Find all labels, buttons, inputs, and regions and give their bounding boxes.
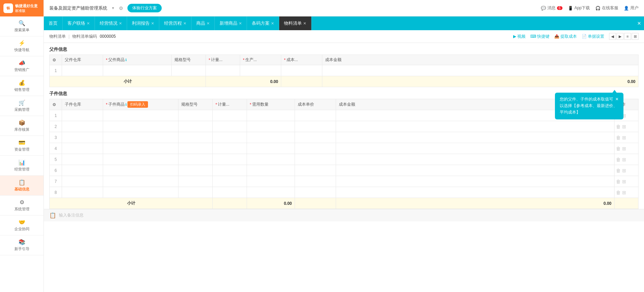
child-row-1-qty[interactable]	[247, 110, 295, 121]
child-row-3-goods[interactable]	[103, 132, 178, 143]
user-button[interactable]: 👤 用户	[624, 5, 639, 11]
tab-close-bom[interactable]: ✕	[303, 21, 306, 26]
child-row-3-cost-amount[interactable]	[336, 132, 615, 143]
tab-operations[interactable]: 经营情况 ✕	[95, 16, 127, 30]
note-placeholder[interactable]: 输入备注信息	[59, 212, 84, 218]
child-row-1-spec[interactable]	[178, 110, 213, 121]
online-service-button[interactable]: 🎧 在线客服	[595, 5, 618, 11]
tab-close-new-goods[interactable]: ✕	[239, 21, 242, 26]
parent-goods-info-icon[interactable]: ℹ	[125, 58, 127, 62]
delete-icon-row-5[interactable]: 🗑	[616, 157, 621, 162]
copy-icon-row-3[interactable]: ⊞	[622, 135, 626, 140]
child-row-2-unit-cost[interactable]	[295, 121, 336, 132]
tab-close-customer[interactable]: ✕	[87, 21, 90, 26]
parent-col-settings[interactable]: ⚙	[50, 55, 62, 65]
parent-row-1-spec[interactable]	[172, 65, 206, 76]
child-col-settings[interactable]: ⚙	[50, 99, 62, 110]
child-row-3-unit-cost[interactable]	[295, 132, 336, 143]
child-row-1-warehouse[interactable]	[62, 110, 103, 121]
delete-icon-row-2[interactable]: 🗑	[616, 124, 621, 129]
system-dropdown-arrow[interactable]: ▼	[111, 6, 115, 10]
tab-goods[interactable]: 商品 ✕	[191, 16, 215, 30]
tab-close-goods[interactable]: ✕	[207, 21, 210, 26]
tab-close-profit[interactable]: ✕	[151, 21, 154, 26]
child-row-1-unit-cost[interactable]	[295, 110, 336, 121]
sidebar-item-operations-mgmt[interactable]: 📊 经营管理	[0, 156, 44, 176]
phone-icon: 📱	[568, 6, 573, 11]
parent-row-1-unit[interactable]	[206, 65, 240, 76]
single-settings-btn[interactable]: 📄 单据设置	[582, 34, 604, 39]
sidebar-item-marketing[interactable]: 📣 营销推广	[0, 56, 44, 76]
tab-close-all[interactable]: ✕	[637, 21, 644, 26]
tab-close-barcode[interactable]: ✕	[271, 21, 274, 26]
child-row-3-spec[interactable]	[178, 132, 213, 143]
parent-row-1-cost[interactable]	[281, 65, 322, 76]
sidebar-item-quick-nav[interactable]: ⚡ 快捷导航	[0, 36, 44, 56]
parent-row-1-prod[interactable]	[240, 65, 281, 76]
tab-close-history[interactable]: ✕	[183, 21, 186, 26]
nav-menu[interactable]: ≡	[624, 33, 631, 40]
copy-icon-row-5[interactable]: ⊞	[622, 157, 626, 162]
scan-input-button[interactable]: 扫码录入	[127, 101, 148, 108]
parent-subtotal-cost-amount: 0.00	[322, 76, 639, 87]
child-row-2-unit[interactable]	[213, 121, 247, 132]
settings-icon[interactable]: ⚙	[119, 5, 123, 11]
nav-expand[interactable]: ⊞	[632, 33, 639, 40]
child-row-2-spec[interactable]	[178, 121, 213, 132]
message-button[interactable]: 💬 消息 6	[541, 5, 562, 11]
shortcut-btn[interactable]: ⌨ 快捷键	[530, 34, 549, 39]
finance-icon: 💳	[18, 139, 25, 146]
sidebar-item-purchase[interactable]: 🛒 采购管理	[0, 96, 44, 116]
tab-new-goods[interactable]: 新增商品 ✕	[215, 16, 247, 30]
extract-cost-btn[interactable]: 📤 提取成本	[554, 34, 577, 39]
parent-row-1-goods[interactable]	[103, 65, 172, 76]
child-goods-info-icon[interactable]: ℹ	[125, 103, 127, 106]
parent-row-1-warehouse[interactable]	[62, 65, 103, 76]
sidebar-item-search[interactable]: 🔍 搜索菜单	[0, 16, 44, 36]
sidebar-item-finance[interactable]: 💳 资金管理	[0, 136, 44, 156]
copy-icon-row-6[interactable]: ⊞	[622, 168, 626, 173]
tab-barcode[interactable]: 条码方案 ✕	[247, 16, 279, 30]
delete-icon-row-6[interactable]: 🗑	[616, 168, 621, 173]
tab-profit[interactable]: 利润报告 ✕	[127, 16, 159, 30]
sidebar-item-inventory[interactable]: 📦 库存核算	[0, 116, 44, 136]
tab-close-operations[interactable]: ✕	[119, 21, 122, 26]
delete-icon-row-3[interactable]: 🗑	[616, 135, 621, 140]
sidebar-item-guide[interactable]: 📚 新手引导	[0, 235, 44, 255]
child-row-1-unit[interactable]	[213, 110, 247, 121]
copy-icon-row-8[interactable]: ⊞	[622, 190, 626, 195]
child-row-3-qty[interactable]	[247, 132, 295, 143]
try-button[interactable]: 体验行业方案	[127, 4, 162, 12]
sidebar-item-basic-info[interactable]: 📋 基础信息	[0, 176, 44, 196]
child-row-1-goods[interactable]	[103, 110, 178, 121]
tab-customer[interactable]: 客户联络 ✕	[63, 16, 95, 30]
parent-row-1-cost-amount[interactable]	[322, 65, 639, 76]
child-row-3-unit[interactable]	[213, 132, 247, 143]
breadcrumb-bar: 物料清单 | 物料清单编码 0000005 ▶ 视频 ⌨ 快捷键 📤 提取成本	[44, 30, 644, 43]
copy-icon-row-4[interactable]: ⊞	[622, 146, 626, 151]
delete-icon-row-7[interactable]: 🗑	[616, 179, 621, 184]
quick-nav-icon: ⚡	[18, 40, 25, 46]
child-row-2-qty[interactable]	[247, 121, 295, 132]
content-area: 物料清单 | 物料清单编码 0000005 ▶ 视频 ⌨ 快捷键 📤 提取成本	[44, 30, 644, 292]
copy-icon-row-7[interactable]: ⊞	[622, 179, 626, 184]
sidebar-item-enterprise[interactable]: 🤝 企业协同	[0, 215, 44, 235]
video-btn[interactable]: ▶ 视频	[513, 34, 525, 39]
tab-bom[interactable]: 物料清单 ✕	[279, 16, 311, 30]
sidebar-item-sales[interactable]: 💰 销售管理	[0, 76, 44, 96]
sidebar-item-system[interactable]: ⚙ 系统管理	[0, 196, 44, 215]
child-row-2-goods[interactable]	[103, 121, 178, 132]
tooltip-close[interactable]: ✕	[615, 96, 619, 103]
child-row-2-warehouse[interactable]	[62, 121, 103, 132]
tab-home[interactable]: 首页	[44, 16, 63, 30]
nav-next[interactable]: ▶	[617, 33, 623, 40]
app-download-button[interactable]: 📱 App下载	[568, 5, 590, 11]
delete-icon-row-8[interactable]: 🗑	[616, 190, 621, 195]
child-table-wrapper: ⚙ 子件仓库 * 子件商品 ℹ 扫码录入	[44, 99, 644, 209]
nav-prev[interactable]: ◀	[609, 33, 616, 40]
child-row-2-cost-amount[interactable]	[336, 121, 615, 132]
copy-icon-row-2[interactable]: ⊞	[622, 124, 626, 129]
child-row-3-warehouse[interactable]	[62, 132, 103, 143]
tab-history[interactable]: 经营历程 ✕	[159, 16, 191, 30]
delete-icon-row-4[interactable]: 🗑	[616, 146, 621, 151]
